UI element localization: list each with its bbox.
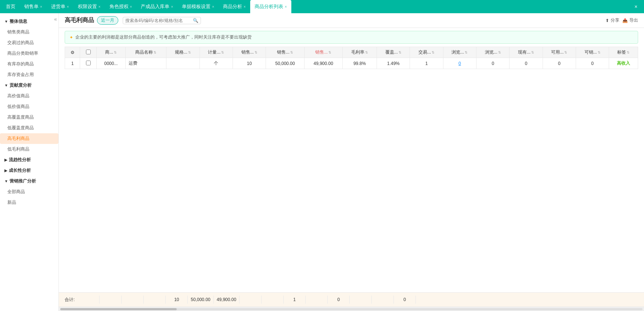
search-icon[interactable]: 🔍 <box>193 18 198 23</box>
table-container: ⚙ 商...⇅ 商品名称⇅ 规格...⇅ 计量...⇅ 销售...⇅ 销售...… <box>59 47 644 292</box>
sidebar-group-growth[interactable]: ▶ 成长性分析 <box>0 165 58 176</box>
nav-item-purchase[interactable]: 进货单 × <box>47 0 73 13</box>
arrow-down-icon-2: ▼ <box>4 83 8 87</box>
share-button[interactable]: ⬆ 分享 <box>605 17 619 23</box>
col-saleable[interactable]: 可销...⇅ <box>576 47 609 58</box>
sort-icon-15: ⇅ <box>598 51 601 54</box>
footer-cell-spacer3 <box>122 296 144 304</box>
select-all-checkbox[interactable] <box>86 50 91 54</box>
row-checkbox[interactable] <box>86 61 91 65</box>
cell-tag: 高收入 <box>609 58 638 69</box>
nav-item-template[interactable]: 单据模板设置 × <box>177 0 219 13</box>
cell-spec <box>166 58 199 69</box>
sort-icon-2: ⇅ <box>154 51 156 54</box>
export-icon: 📤 <box>622 18 628 23</box>
col-coverage[interactable]: 覆盖...⇅ <box>377 47 410 58</box>
col-checkbox[interactable] <box>80 47 96 58</box>
cell-sales-qty: 10 <box>233 58 266 69</box>
scrollbar-thumb[interactable] <box>60 308 177 310</box>
horizontal-scrollbar[interactable] <box>59 307 644 311</box>
filter-recent-month-button[interactable]: 近一月 <box>97 16 118 25</box>
footer-spacer7 <box>306 296 328 304</box>
sidebar-collapse-button[interactable]: « <box>54 16 57 22</box>
nav-item-analysis-list[interactable]: 商品分析列表 × <box>250 0 291 13</box>
sidebar-item-low-coverage[interactable]: 低覆盖度商品 <box>0 123 58 133</box>
nav-close-sales[interactable]: × <box>40 5 42 9</box>
nav-close-analysis[interactable]: × <box>244 5 246 9</box>
nav-close-analysis-list[interactable]: × <box>285 5 287 9</box>
col-name[interactable]: 商品名称⇅ <box>126 47 166 58</box>
nav-item-permission[interactable]: 权限设置 × <box>73 0 105 13</box>
nav-item-analysis[interactable]: 商品分析 × <box>219 0 250 13</box>
nav-close-inbound[interactable]: × <box>171 5 173 9</box>
col-current-stock[interactable]: 现有...⇅ <box>510 47 543 58</box>
export-button[interactable]: 📤 导出 <box>622 17 638 23</box>
nav-close-template[interactable]: × <box>212 5 214 9</box>
sidebar-item-new-goods[interactable]: 新品 <box>0 197 58 208</box>
sidebar-item-low-value[interactable]: 低价值商品 <box>0 101 58 112</box>
col-tag[interactable]: 标签⇅ <box>609 47 638 58</box>
cell-saleable: 0 <box>576 58 609 69</box>
nav-item-inbound[interactable]: 产成品入库单 × <box>136 0 177 13</box>
sidebar-item-low-margin[interactable]: 低毛利商品 <box>0 144 58 155</box>
col-browse2[interactable]: 浏览...⇅ <box>476 47 510 58</box>
sidebar-item-stock-capital[interactable]: 库存资金占用 <box>0 69 58 80</box>
sidebar-item-stock-goods[interactable]: 有库存的商品 <box>0 59 58 69</box>
search-box[interactable]: 🔍 <box>123 17 201 24</box>
nav-close-permission[interactable]: × <box>98 5 101 9</box>
sidebar-item-sales-goods[interactable]: 销售类商品 <box>0 27 58 37</box>
col-browse1[interactable]: 浏览...⇅ <box>443 47 476 58</box>
sort-icon-12: ⇅ <box>498 51 501 54</box>
page-title: 高毛利商品 <box>65 17 94 24</box>
nav-item-role[interactable]: 角色授权 × <box>105 0 137 13</box>
window-close-button[interactable]: × <box>632 3 640 10</box>
col-available[interactable]: 可用...⇅ <box>543 47 576 58</box>
col-unit[interactable]: 计量...⇅ <box>199 47 233 58</box>
footer-cell-spacer4 <box>144 296 166 304</box>
sort-icon-5: ⇅ <box>255 51 258 54</box>
info-banner: ✦ 企业的主要的利润都是这部分商品创造的，可考虑加大推广，同时关注库存是不要出现… <box>65 31 638 44</box>
cell-name: 运费 <box>126 58 166 69</box>
sidebar-group-overall[interactable]: ▼ 整体信息 <box>0 16 58 27</box>
footer-browse2: 0 <box>328 296 350 304</box>
col-code[interactable]: 商...⇅ <box>96 47 126 58</box>
nav-close-purchase[interactable]: × <box>67 5 69 9</box>
footer-spacer9 <box>372 296 394 304</box>
col-spec[interactable]: 规格...⇅ <box>166 47 199 58</box>
cell-no: 1 <box>65 58 80 69</box>
sort-icon-9: ⇅ <box>399 51 402 54</box>
sort-icon-7: ⇅ <box>328 51 331 54</box>
col-sales-qty[interactable]: 销售...⇅ <box>233 47 266 58</box>
sidebar-item-high-value[interactable]: 高价值商品 <box>0 91 58 101</box>
sidebar-group-marketing[interactable]: ▼ 营销推广分析 <box>0 176 58 187</box>
col-sales-profit[interactable]: 销售...⇅ <box>304 47 342 58</box>
search-input[interactable] <box>125 18 191 23</box>
footer-label: 合计: <box>65 297 75 303</box>
footer-sales-qty: 10 <box>166 296 188 304</box>
col-transaction[interactable]: 交易...⇅ <box>410 47 443 58</box>
sidebar-item-high-coverage[interactable]: 高覆盖度商品 <box>0 112 58 123</box>
top-nav: 首页 销售单 × 进货单 × 权限设置 × 角色授权 × 产成品入库单 × 单据… <box>0 0 644 13</box>
sidebar-group-contribution[interactable]: ▼ 贡献度分析 <box>0 80 58 91</box>
cell-browse1[interactable]: 0 <box>443 58 476 69</box>
data-table: ⚙ 商...⇅ 商品名称⇅ 规格...⇅ 计量...⇅ 销售...⇅ 销售...… <box>65 47 638 69</box>
scrollbar-track <box>60 308 643 310</box>
main-layout: « ▼ 整体信息 销售类商品 交易过的商品 商品分类助销率 有库存的商品 库存资… <box>0 13 644 311</box>
table-footer: 合计: 10 50,000.00 49,900.00 1 0 0 <box>59 292 644 307</box>
cell-checkbox[interactable] <box>80 58 96 69</box>
col-sales-amount[interactable]: 销售...⇅ <box>266 47 304 58</box>
col-settings[interactable]: ⚙ <box>65 47 80 58</box>
sort-icon-8: ⇅ <box>365 51 368 54</box>
sidebar-item-all-goods[interactable]: 全部商品 <box>0 187 58 197</box>
sidebar-item-high-margin[interactable]: 高毛利商品 <box>0 133 58 144</box>
cell-unit: 个 <box>199 58 233 69</box>
nav-item-sales[interactable]: 销售单 × <box>20 0 47 13</box>
col-gross-rate[interactable]: 毛利率⇅ <box>342 47 377 58</box>
sort-icon-6: ⇅ <box>290 51 293 54</box>
sidebar-item-traded-goods[interactable]: 交易过的商品 <box>0 37 58 48</box>
nav-close-role[interactable]: × <box>130 5 132 9</box>
sidebar-item-category-rate[interactable]: 商品分类助销率 <box>0 48 58 59</box>
sidebar-group-trend[interactable]: ▶ 流趋性分析 <box>0 155 58 165</box>
nav-item-home[interactable]: 首页 <box>1 0 20 13</box>
cell-sales-amount: 50,000.00 <box>266 58 304 69</box>
